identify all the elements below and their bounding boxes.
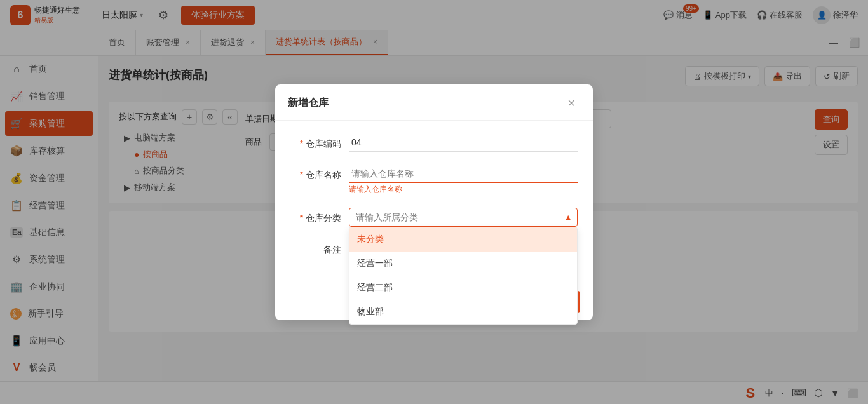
add-warehouse-dialog: 新增仓库 × 仓库编码 仓库名称 请输入仓库名称 仓库分类: [275, 84, 593, 320]
dialog-close-button[interactable]: ×: [562, 95, 580, 112]
form-row-category: 仓库分类 ▲ 未分类 经营一部 经营二部 物业部: [290, 208, 578, 227]
form-row-name: 仓库名称 请输入仓库名称: [290, 165, 578, 195]
dropdown-item-dept1[interactable]: 经营一部: [349, 252, 577, 276]
form-row-code: 仓库编码: [290, 133, 578, 152]
code-input-wrap: [349, 133, 578, 152]
notes-label: 备注: [290, 239, 341, 256]
category-select-wrap: ▲ 未分类 经营一部 经营二部 物业部: [349, 208, 578, 227]
dialog-overlay: 新增仓库 × 仓库编码 仓库名称 请输入仓库名称 仓库分类: [0, 0, 868, 404]
dropdown-item-uncategorized[interactable]: 未分类: [349, 227, 577, 252]
dialog-body: 仓库编码 仓库名称 请输入仓库名称 仓库分类 ▲: [275, 121, 593, 283]
dropdown-item-dept2[interactable]: 经营二部: [349, 276, 577, 300]
name-input[interactable]: [349, 165, 578, 183]
code-input[interactable]: [349, 133, 578, 152]
name-error-msg: 请输入仓库名称: [349, 184, 578, 195]
name-input-wrap: 请输入仓库名称: [349, 165, 578, 195]
category-input[interactable]: [349, 208, 578, 227]
dialog-title: 新增仓库: [288, 97, 329, 110]
code-label: 仓库编码: [290, 133, 341, 150]
category-label: 仓库分类: [290, 208, 341, 224]
dropdown-item-dept3[interactable]: 物业部: [349, 300, 577, 324]
category-dropdown: 未分类 经营一部 经营二部 物业部: [349, 227, 578, 325]
name-label: 仓库名称: [290, 165, 341, 181]
dialog-header: 新增仓库 ×: [275, 84, 593, 121]
